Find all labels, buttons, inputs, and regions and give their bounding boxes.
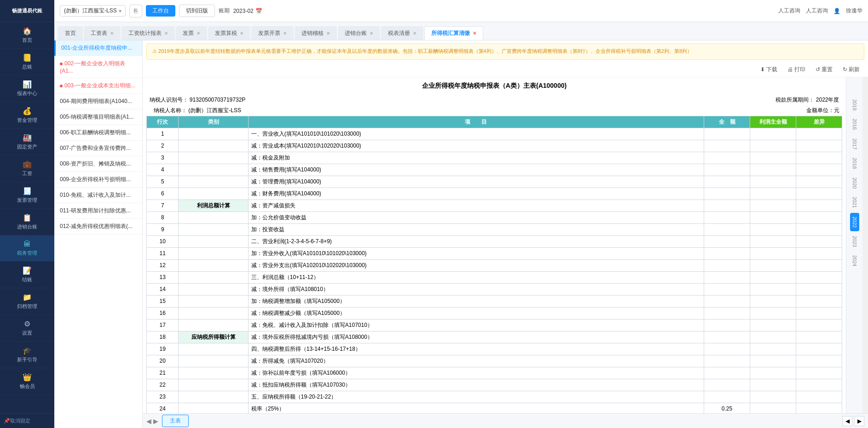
sheet-tab-主表[interactable]: 主表	[162, 415, 189, 427]
row-amount[interactable]	[704, 379, 750, 391]
sidebar-item-新手引导[interactable]: 🎓新手引导	[0, 342, 54, 368]
row-diff[interactable]	[796, 188, 842, 200]
close-icon[interactable]: ✕	[197, 31, 200, 36]
row-amount[interactable]	[704, 211, 750, 223]
row-profit[interactable]	[750, 391, 796, 403]
row-amount[interactable]	[704, 223, 750, 235]
sheet-scroll-left[interactable]: ◀	[842, 416, 852, 426]
row-diff[interactable]	[796, 259, 842, 271]
nav-tab-发票算税[interactable]: 发票算税✕	[208, 26, 250, 40]
row-amount[interactable]	[704, 259, 750, 271]
nav-tab-工资表[interactable]: 工资表✕	[84, 26, 121, 40]
nav-tab-税表清册[interactable]: 税表清册✕	[381, 26, 423, 40]
close-icon[interactable]: ✕	[110, 31, 114, 36]
row-profit[interactable]	[750, 211, 796, 223]
close-icon[interactable]: ✕	[283, 31, 287, 36]
row-profit[interactable]	[750, 235, 796, 247]
row-profit[interactable]	[750, 176, 796, 188]
row-profit[interactable]	[750, 307, 796, 319]
left-panel-item-001[interactable]: 001-企业所得税年度纳税申...	[54, 40, 142, 56]
row-profit[interactable]	[750, 140, 796, 152]
row-diff[interactable]	[796, 379, 842, 391]
close-icon[interactable]: ✕	[370, 31, 373, 36]
row-amount[interactable]	[704, 152, 750, 164]
row-amount[interactable]	[704, 140, 750, 152]
row-diff[interactable]	[796, 200, 842, 211]
sidebar-item-结账[interactable]: 📝结账	[0, 262, 54, 288]
sidebar-item-税务管理[interactable]: 🏛税务管理	[0, 235, 54, 262]
sidebar-item-畅会员[interactable]: 👑畅会员	[0, 368, 54, 395]
row-diff[interactable]	[796, 152, 842, 164]
row-profit[interactable]	[750, 355, 796, 367]
row-profit[interactable]	[750, 188, 796, 200]
sidebar-item-进销台账[interactable]: 📋进销台账	[0, 209, 54, 235]
row-amount[interactable]	[704, 164, 750, 176]
username[interactable]: 徐逢华	[846, 7, 862, 15]
company-selector[interactable]: (勿删）江西服宝-LSS ▾	[60, 5, 126, 17]
row-diff[interactable]	[796, 128, 842, 140]
nav-tab-工资统计报表[interactable]: 工资统计报表✕	[122, 26, 175, 40]
print-button[interactable]: 🖨 打印	[785, 64, 808, 75]
row-amount[interactable]	[704, 319, 750, 331]
sidebar-item-固定资产[interactable]: 🏭固定资产	[0, 129, 54, 155]
row-diff[interactable]	[796, 367, 842, 379]
period-selector[interactable]: 2023-02 📅	[233, 8, 262, 14]
row-profit[interactable]	[750, 331, 796, 343]
download-button[interactable]: ⬇ 下载	[758, 64, 780, 75]
row-diff[interactable]	[796, 391, 842, 403]
left-panel-item-005[interactable]: 005-纳税调整项目明细表(A1...	[54, 109, 142, 125]
row-profit[interactable]	[750, 223, 796, 235]
row-profit[interactable]	[750, 128, 796, 140]
sidebar-item-报表中心[interactable]: 📊报表中心	[0, 75, 54, 102]
row-amount[interactable]	[704, 283, 750, 295]
row-profit[interactable]	[750, 343, 796, 355]
close-icon[interactable]: ✕	[164, 31, 168, 36]
row-amount[interactable]	[704, 355, 750, 367]
row-diff[interactable]	[796, 283, 842, 295]
row-diff[interactable]	[796, 319, 842, 331]
row-diff[interactable]	[796, 140, 842, 152]
left-panel-item-006[interactable]: 006-职工薪酬纳税调整明细...	[54, 125, 142, 141]
row-amount[interactable]	[704, 271, 750, 283]
row-amount[interactable]	[704, 307, 750, 319]
sidebar-item-发票管理[interactable]: 🧾发票管理	[0, 182, 54, 209]
sidebar-item-总账[interactable]: 📒总账	[0, 49, 54, 75]
row-amount[interactable]	[704, 235, 750, 247]
next-sheet-arrow[interactable]: ▶	[153, 417, 158, 425]
row-diff[interactable]	[796, 235, 842, 247]
nav-tab-所得税汇算清缴[interactable]: 所得税汇算清缴✕	[424, 26, 483, 40]
sidebar-item-归档管理[interactable]: 📁归档管理	[0, 288, 54, 315]
row-amount[interactable]	[704, 188, 750, 200]
row-diff[interactable]	[796, 343, 842, 355]
row-amount[interactable]	[704, 331, 750, 343]
row-diff[interactable]	[796, 176, 842, 188]
row-diff[interactable]	[796, 307, 842, 319]
row-amount[interactable]	[704, 128, 750, 140]
copy-icon-btn[interactable]: ⎘	[129, 5, 142, 17]
sidebar-pin-toggle[interactable]: 📌 取消固定	[0, 413, 54, 428]
row-amount[interactable]: 0.25	[704, 403, 750, 413]
nav-tab-发票开票[interactable]: 发票开票✕	[251, 26, 294, 40]
year-item-2016[interactable]: 2016	[850, 115, 859, 133]
sidebar-item-首页[interactable]: 🏠首页	[0, 22, 54, 49]
row-diff[interactable]	[796, 295, 842, 307]
row-amount[interactable]	[704, 176, 750, 188]
row-profit[interactable]	[750, 295, 796, 307]
row-amount[interactable]	[704, 367, 750, 379]
year-item-2022[interactable]: 2022	[850, 213, 859, 231]
sidebar-item-工资[interactable]: 💼工资	[0, 155, 54, 182]
row-diff[interactable]	[796, 271, 842, 283]
close-icon[interactable]: ✕	[473, 31, 476, 36]
left-panel-item-011[interactable]: 011-研发费用加计扣除优惠...	[54, 203, 142, 219]
sheet-scroll-right[interactable]: ▶	[854, 416, 864, 426]
close-icon[interactable]: ✕	[326, 31, 330, 36]
ai-consult[interactable]: 人工咨询	[778, 7, 800, 15]
row-profit[interactable]	[750, 283, 796, 295]
nav-tab-进销台账[interactable]: 进销台账✕	[338, 26, 380, 40]
row-profit[interactable]	[750, 200, 796, 211]
row-amount[interactable]	[704, 343, 750, 355]
reset-button[interactable]: ↺ 重置	[813, 64, 835, 75]
row-amount[interactable]	[704, 391, 750, 403]
row-amount[interactable]	[704, 247, 750, 259]
row-profit[interactable]	[750, 259, 796, 271]
